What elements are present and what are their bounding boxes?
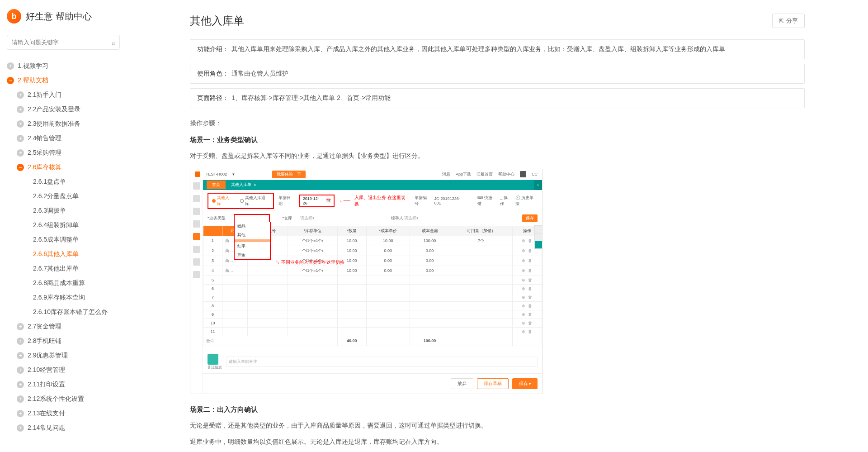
sidebar-item[interactable]: 2.6.1盘点单 <box>7 175 120 189</box>
sidebar-item[interactable]: +2.3使用前数据准备 <box>7 117 120 131</box>
plus-icon: + <box>17 352 24 359</box>
ss-side-icon <box>193 233 200 240</box>
ss-link: 旧版首页 <box>476 171 493 177</box>
sidebar-item[interactable]: 2.6.6其他入库单 <box>7 247 120 262</box>
sidebar-item[interactable]: 2.6.2分量盘点单 <box>7 189 120 204</box>
sidebar-item[interactable]: −2.6库存核算 <box>7 160 120 175</box>
plus-icon: + <box>17 120 24 128</box>
ss-form-row: *业务类型 赠品 其他 红字 押金 *仓库请选择▾ <box>203 212 542 225</box>
sidebar-item[interactable]: +2.11打印设置 <box>7 377 120 392</box>
sidebar-item[interactable]: +2.2产品安装及登录 <box>7 102 120 117</box>
ss-foot-btn: 保存 <box>512 378 538 389</box>
ss-logo-icon <box>195 171 200 177</box>
sidebar-item-label: 2.4销售管理 <box>28 134 61 143</box>
ss-top-right: 消息 App下载 旧版首页 帮助中心 CC <box>442 171 538 177</box>
info-box: 功能介绍：其他入库单用来处理除采购入库、产成品入库之外的其他入库业务，因此其他入… <box>190 39 805 59</box>
sidebar-item[interactable]: −2.帮助文档 <box>7 73 120 88</box>
sidebar-item-label: 2.14常见问题 <box>28 424 65 432</box>
arrow-icon: ←── <box>339 198 350 203</box>
sidebar-item[interactable]: +2.8手机旺铺 <box>7 334 120 348</box>
sidebar-item[interactable]: +2.9优惠券管理 <box>7 348 120 363</box>
main-content: 其他入库单 ⇱ 分享 功能介绍：其他入库单用来处理除采购入库、产成品入库之外的其… <box>127 0 850 452</box>
share-button[interactable]: ⇱ 分享 <box>772 14 805 28</box>
screenshot-mock: TEST-H002 ▾ 我要体验一下 消息 App下载 旧版首页 帮助中心 CC <box>190 169 542 394</box>
plus-icon: + <box>17 323 24 330</box>
sidebar-item[interactable]: +2.4销售管理 <box>7 131 120 146</box>
search-icon[interactable]: ⌕ <box>112 39 115 46</box>
ss-annotation: 入库、退出业务 在这里切换 <box>354 195 410 207</box>
ss-account: TEST-H002 <box>206 172 227 176</box>
sidebar-item[interactable]: +1.视频学习 <box>7 59 120 73</box>
sidebar-item[interactable]: +2.7资金管理 <box>7 319 120 334</box>
sidebar-item[interactable]: 2.6.3调拨单 <box>7 204 120 218</box>
ss-side-icon <box>193 246 200 253</box>
ss-side-icon <box>193 208 200 215</box>
ss-tab-current: 其他入库单× <box>226 181 261 189</box>
sidebar-item-label: 2.6.3调拨单 <box>33 207 66 215</box>
table-header <box>203 226 222 236</box>
sidebar-item[interactable]: 2.6.5成本调整单 <box>7 233 120 247</box>
remark-icon <box>208 354 218 365</box>
logo-row: b 好生意 帮助中心 <box>7 9 120 24</box>
sidebar-item[interactable]: +2.14常见问题 <box>7 421 120 435</box>
share-label: 分享 <box>786 17 798 25</box>
sidebar-item-label: 2.10经营管理 <box>28 366 65 374</box>
ss-tabbar: 首页 其他入库单× ‹ <box>203 180 542 190</box>
share-icon: ⇱ <box>779 18 784 24</box>
ss-side-icon <box>193 182 200 190</box>
minus-icon: − <box>17 164 24 171</box>
ss-trial-button: 我要体验一下 <box>272 171 306 178</box>
table-header: *数量 <box>337 226 367 236</box>
ss-link: 帮助中心 <box>498 171 514 177</box>
search-input[interactable] <box>7 35 120 50</box>
table-header: 成本金额 <box>410 226 450 236</box>
ss-link: 消息 <box>442 171 450 177</box>
ss-remark-input: 请输入单据备注 <box>226 357 538 367</box>
sidebar-item[interactable]: 2.6.9库存账本查询 <box>7 290 120 305</box>
sidebar-item[interactable]: 2.6.7其他出库单 <box>7 262 120 276</box>
plus-icon: + <box>17 338 24 345</box>
page-title: 其他入库单 <box>190 14 244 28</box>
table-header: *成本单价 <box>367 226 410 236</box>
table-header: 可用量（加锁） <box>450 226 512 236</box>
sidebar: b 好生意 帮助中心 ⌕ +1.视频学习−2.帮助文档+2.1新手入门+2.2产… <box>0 0 127 452</box>
sidebar-item[interactable]: +2.13在线支付 <box>7 406 120 421</box>
minus-icon: − <box>7 77 14 84</box>
plus-icon: + <box>17 424 24 432</box>
sidebar-item-label: 2.5采购管理 <box>28 149 61 157</box>
ss-side-icon <box>193 195 200 202</box>
sidebar-item-label: 2.6库存核算 <box>28 163 61 171</box>
sidebar-item-label: 2.11打印设置 <box>28 381 65 389</box>
sidebar-item-label: 2.6.5成本调整单 <box>33 236 79 244</box>
ss-user: CC <box>532 172 538 176</box>
plus-icon: + <box>17 149 24 157</box>
ss-radio: 其他入库退库 <box>240 195 269 207</box>
sidebar-item[interactable]: 2.6.4组装拆卸单 <box>7 218 120 233</box>
sidebar-item[interactable]: +2.12系统个性化设置 <box>7 392 120 406</box>
table-header: *库存单位 <box>288 226 337 236</box>
sidebar-item-label: 2.6.4组装拆卸单 <box>33 221 79 229</box>
plus-icon: + <box>17 91 24 99</box>
table-row: 7⊕🗑 <box>203 293 542 301</box>
ss-foot-btn: 放弃 <box>451 378 473 389</box>
site-title: 好生意 帮助中心 <box>26 10 92 23</box>
table-row: 8⊕🗑 <box>203 301 542 310</box>
logo-icon: b <box>7 9 21 24</box>
sidebar-item-label: 2.6.10库存账本错了怎么办 <box>33 308 108 316</box>
ss-tool-icon <box>534 241 542 249</box>
ss-radio: 其他入库 <box>212 195 233 207</box>
sidebar-item[interactable]: 2.6.8商品成本重算 <box>7 276 120 290</box>
info-box: 页面路径：1、库存核算->库存管理->其他入库单 2、首页->常用功能 <box>190 88 805 108</box>
ss-radio-group: 其他入库 其他入库退库 <box>208 193 274 209</box>
ss-link: App下载 <box>456 171 471 177</box>
sidebar-item-label: 2.12系统个性化设置 <box>28 395 84 403</box>
sidebar-item[interactable]: +2.10经营管理 <box>7 363 120 377</box>
sidebar-item-label: 2.13在线支付 <box>28 409 65 418</box>
sidebar-item[interactable]: 2.6.10库存账本错了怎么办 <box>7 305 120 319</box>
sidebar-item[interactable]: +2.5采购管理 <box>7 146 120 160</box>
ss-toolbar: 其他入库 其他入库退库 单据日期 2019-12-26📅 ←── 入库、退出业务… <box>203 190 542 212</box>
sidebar-item[interactable]: +2.1新手入门 <box>7 88 120 102</box>
ss-side-icon <box>193 271 200 278</box>
plus-icon: + <box>7 62 14 70</box>
sidebar-item-label: 2.6.7其他出库单 <box>33 265 79 273</box>
